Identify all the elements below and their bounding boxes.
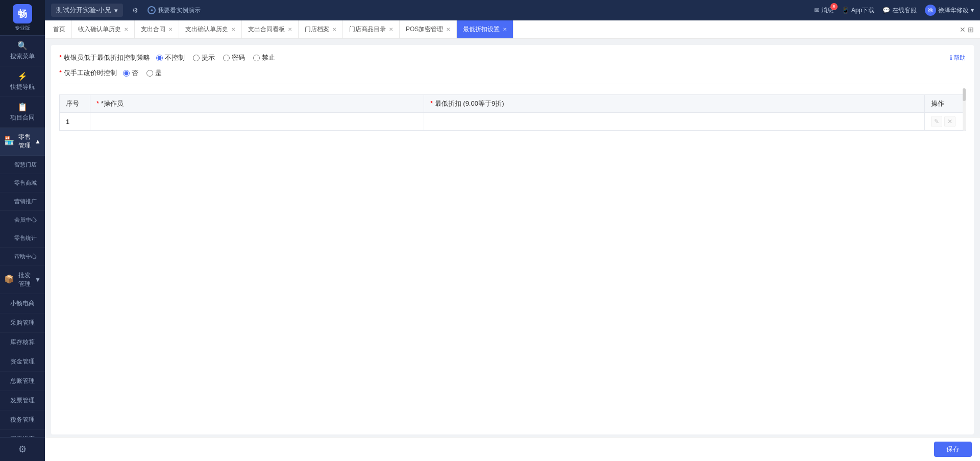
- sidebar-item-assets[interactable]: 固定资产: [0, 430, 45, 437]
- tab-min-discount[interactable]: 最低折扣设置 ✕: [457, 20, 513, 38]
- sidebar-label-inventory: 库存核算: [10, 338, 35, 347]
- manual-price-no-radio[interactable]: [123, 70, 130, 77]
- sidebar-item-project[interactable]: 📋 项目合同: [0, 97, 45, 128]
- tab-payment-history[interactable]: 支出确认单历史 ✕: [179, 20, 242, 38]
- tab-payment-contract[interactable]: 支出合同 ✕: [135, 20, 179, 38]
- header-settings-btn[interactable]: ⚙: [129, 5, 141, 16]
- manual-price-yes-label: 是: [155, 68, 162, 78]
- strategy-remind-radio[interactable]: [193, 55, 200, 61]
- sidebar-item-inventory[interactable]: 库存核算: [0, 333, 45, 352]
- sidebar-item-member[interactable]: 会员中心: [0, 211, 45, 229]
- strategy-password-radio[interactable]: [223, 55, 230, 61]
- help-link[interactable]: ℹ 帮助: [950, 54, 966, 62]
- sidebar-label-ecommerce: 小畅电商: [10, 299, 35, 308]
- tab-payment-board-label: 支出合同看板: [248, 25, 285, 34]
- table-scrollbar[interactable]: [963, 88, 966, 131]
- tab-payment-history-close[interactable]: ✕: [231, 27, 235, 32]
- tab-income-history-close[interactable]: ✕: [124, 27, 128, 32]
- manual-price-no-label: 否: [132, 68, 138, 78]
- tab-store-file[interactable]: 门店档案 ✕: [299, 20, 343, 38]
- sidebar-label-ledger: 总账管理: [10, 377, 35, 385]
- app-download-button[interactable]: 📱 App下载: [842, 6, 874, 15]
- tab-store-products[interactable]: 门店商品目录 ✕: [343, 20, 400, 38]
- sidebar-label-help: 帮助中心: [14, 253, 37, 260]
- discount-strategy-row: * 收银员低于最低折扣控制策略 不控制 提示: [59, 53, 966, 62]
- user-dropdown-icon: ▾: [971, 7, 974, 14]
- table-row: 1 ✎ ✕: [60, 113, 966, 131]
- th-operator-label: *操作员: [101, 100, 124, 107]
- tab-income-history[interactable]: 收入确认单历史 ✕: [72, 20, 135, 38]
- manual-price-yes-radio[interactable]: [146, 70, 153, 77]
- sidebar-item-retail-stats[interactable]: 零售统计: [0, 229, 45, 248]
- tab-pos-password-close[interactable]: ✕: [446, 27, 450, 32]
- sidebar-item-ledger[interactable]: 总账管理: [0, 372, 45, 391]
- tab-payment-board-close[interactable]: ✕: [288, 27, 292, 32]
- tab-close-all-icon[interactable]: ✕: [960, 26, 966, 34]
- strategy-forbid-radio[interactable]: [253, 55, 260, 61]
- manual-price-yes[interactable]: 是: [146, 68, 162, 78]
- strategy-remind-label: 提示: [202, 53, 215, 62]
- sidebar-label-quicknav: 快捷导航: [10, 83, 35, 91]
- sidebar-item-smart-store[interactable]: 智慧门店: [0, 156, 45, 174]
- tab-pos-password[interactable]: POS加密管理 ✕: [400, 20, 457, 38]
- tab-payment-board[interactable]: 支出合同看板 ✕: [242, 20, 299, 38]
- header-demo-link[interactable]: ● 我要看实例演示: [148, 6, 201, 15]
- tab-store-products-close[interactable]: ✕: [389, 27, 393, 32]
- user-menu[interactable]: 徐 徐泽华修改 ▾: [925, 5, 974, 16]
- sidebar-item-help[interactable]: 帮助中心: [0, 248, 45, 266]
- search-nav-icon: 🔍: [17, 41, 28, 51]
- sidebar-item-ecommerce[interactable]: 小畅电商: [0, 294, 45, 313]
- strategy-forbid[interactable]: 禁止: [253, 53, 275, 62]
- sidebar-item-funds[interactable]: 资金管理: [0, 352, 45, 372]
- sidebar-item-purchase[interactable]: 采购管理: [0, 313, 45, 333]
- sidebar-nav: 🔍 搜索菜单 ⚡ 快捷导航 📋 项目合同 🏪 零售管理 ▲ 智慧门店 零售商城 …: [0, 36, 45, 437]
- tab-home-label: 首页: [53, 25, 65, 34]
- online-support-button[interactable]: 💬 在线客服: [883, 6, 917, 15]
- tab-min-discount-label: 最低折扣设置: [463, 25, 500, 34]
- sidebar-item-wholesale[interactable]: 📦 批发管理 ▼: [0, 266, 45, 294]
- table-scrollbar-thumb: [963, 88, 966, 101]
- row-actions: ✎ ✕: [931, 116, 959, 127]
- sidebar-item-quicknav[interactable]: ⚡ 快捷导航: [0, 66, 45, 97]
- tab-min-discount-close[interactable]: ✕: [503, 27, 507, 32]
- tab-expand-icon[interactable]: ⊞: [968, 26, 974, 34]
- strategy-password-label: 密码: [232, 53, 245, 62]
- manual-price-no[interactable]: 否: [123, 68, 138, 78]
- sidebar-item-search[interactable]: 🔍 搜索菜单: [0, 36, 45, 66]
- messages-button[interactable]: ✉ 消息 8: [814, 6, 834, 15]
- sidebar-item-retail[interactable]: 🏪 零售管理 ▲: [0, 128, 45, 156]
- sidebar-label-funds: 资金管理: [10, 357, 35, 366]
- cell-min-discount: [424, 113, 925, 131]
- sidebar-item-tax[interactable]: 税务管理: [0, 410, 45, 430]
- form-section: * 收银员低于最低折扣控制策略 不控制 提示: [59, 53, 966, 78]
- retail-icon: 🏪: [4, 136, 14, 145]
- sidebar-label-project: 项目合同: [10, 113, 35, 122]
- tab-payment-history-label: 支出确认单历史: [185, 25, 228, 34]
- tab-home[interactable]: 首页: [47, 20, 72, 38]
- save-button[interactable]: 保存: [934, 442, 972, 457]
- sidebar-settings-button[interactable]: ⚙: [0, 437, 45, 461]
- edit-row-button[interactable]: ✎: [931, 116, 942, 127]
- sidebar-item-marketing[interactable]: 营销推广: [0, 192, 45, 211]
- section-divider: [59, 84, 966, 84]
- demo-text: 我要看实例演示: [158, 6, 201, 15]
- sidebar-item-retail-mall[interactable]: 零售商城: [0, 174, 45, 192]
- sidebar-label-member: 会员中心: [14, 216, 37, 224]
- strategy-no-control-radio[interactable]: [156, 55, 163, 61]
- app-download-icon: 📱: [842, 7, 849, 14]
- sidebar-item-invoice[interactable]: 发票管理: [0, 391, 45, 410]
- delete-row-button[interactable]: ✕: [944, 116, 955, 127]
- strategy-no-control[interactable]: 不控制: [156, 53, 185, 62]
- project-dropdown-icon: ▾: [114, 7, 118, 14]
- tab-store-file-close[interactable]: ✕: [332, 27, 336, 32]
- content-area: * 收银员低于最低折扣控制策略 不控制 提示: [45, 39, 980, 437]
- settings-icon: ⚙: [18, 444, 27, 455]
- demo-circle-icon: ●: [148, 6, 156, 14]
- tab-payment-contract-close[interactable]: ✕: [168, 27, 173, 32]
- strategy-remind[interactable]: 提示: [193, 53, 215, 62]
- tab-store-file-label: 门店档案: [305, 25, 329, 34]
- strategy-password[interactable]: 密码: [223, 53, 245, 62]
- tab-pos-password-label: POS加密管理: [406, 25, 443, 34]
- project-name: 测试分开实验-小兄: [56, 6, 111, 15]
- header-project-selector[interactable]: 测试分开实验-小兄 ▾: [51, 4, 123, 17]
